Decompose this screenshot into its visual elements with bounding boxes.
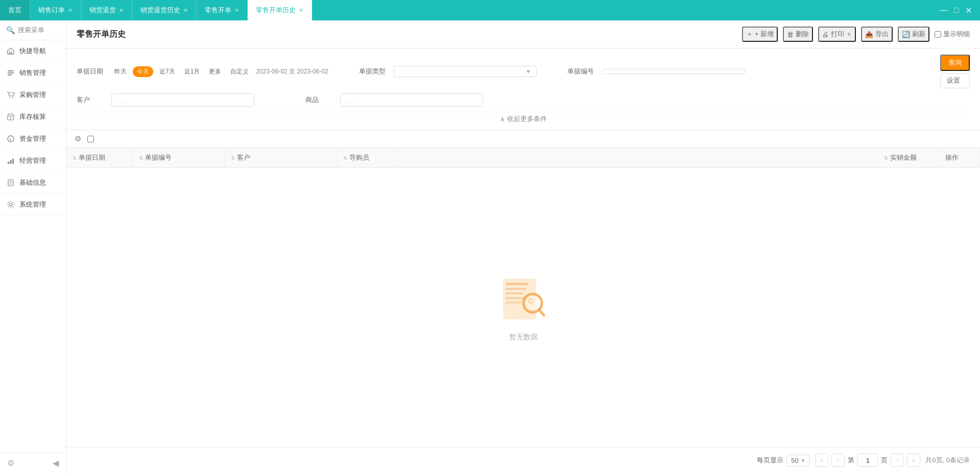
page-label: 第 (848, 456, 854, 465)
nav-tab-return-goods[interactable]: 销货退货✕ (81, 0, 132, 20)
th-amount[interactable]: ⇅ 实销金额 (878, 148, 939, 167)
page-size-select[interactable]: 50 ▼ (786, 455, 810, 466)
delete-button[interactable]: 🗑 删除 (783, 27, 813, 42)
close-icon[interactable]: ✕ (183, 7, 188, 14)
last-page-icon: » (912, 457, 916, 464)
sales-mgmt-icon (6, 68, 15, 78)
export-icon: 📤 (865, 31, 873, 38)
date-options: 昨天 今天 近7天 近1月 更多 自定义 (111, 66, 252, 77)
finance-icon: ¥ (6, 134, 15, 143)
next-page-icon: › (896, 457, 898, 464)
svg-rect-20 (506, 288, 526, 290)
svg-line-26 (539, 309, 544, 315)
sort-icon: ⇅ (343, 155, 347, 161)
empty-text: 暂无数据 (509, 333, 538, 342)
close-icon[interactable]: ✕ (234, 7, 239, 14)
th-date[interactable]: ⇅ 单据日期 (66, 148, 133, 167)
th-customer[interactable]: ⇅ 客户 (225, 148, 337, 167)
sidebar-item-system[interactable]: 系统管理 (0, 194, 66, 216)
first-page-icon: « (820, 457, 824, 464)
nav-tab-return-history[interactable]: 销货退货历史✕ (132, 0, 197, 20)
display-detail-checkbox[interactable] (935, 31, 941, 38)
select-all-checkbox[interactable] (87, 136, 94, 142)
sort-icon: ⇅ (884, 155, 888, 161)
th-order-no[interactable]: ⇅ 单据编号 (133, 148, 225, 167)
empty-illustration (493, 273, 554, 325)
date-option-more[interactable]: 更多 (206, 66, 224, 77)
close-button[interactable]: ✕ (965, 6, 972, 15)
date-range-value: 2023-06-02 至 2023-06-02 (256, 67, 328, 76)
type-select[interactable]: ▼ (394, 66, 537, 77)
sidebar-item-operations[interactable]: 经营管理 (0, 150, 66, 172)
nav-tab-retail-history[interactable]: 零售开单历史✕ (248, 0, 312, 20)
sidebar-item-base-info[interactable]: 基础信息 (0, 172, 66, 194)
last-page-btn[interactable]: » (907, 454, 920, 467)
date-option-last7[interactable]: 近7天 (156, 66, 178, 77)
next-page-btn[interactable]: › (891, 454, 904, 467)
sidebar-item-inventory[interactable]: 库存核算 (0, 106, 66, 128)
customer-filter-group: 客户 ... (77, 93, 254, 107)
close-icon[interactable]: ✕ (299, 7, 303, 14)
add-button[interactable]: ＋ + 新增 (742, 27, 778, 42)
date-option-yesterday[interactable]: 昨天 (111, 66, 130, 77)
minimize-button[interactable]: — (940, 6, 948, 15)
system-icon (6, 200, 15, 209)
svg-rect-1 (8, 70, 14, 71)
filter-row-1: 单据日期 昨天 今天 近7天 近1月 更多 自定义 2023-06-02 至 2… (77, 55, 970, 88)
first-page-btn[interactable]: « (815, 454, 828, 467)
collapse-icon[interactable]: ◀ (53, 458, 59, 468)
collapse-more-btn[interactable]: ∧ 收起更多条件 (77, 112, 970, 126)
date-option-last1month[interactable]: 近1月 (181, 66, 203, 77)
window-controls: — □ ✕ (931, 6, 980, 15)
svg-point-25 (526, 296, 539, 310)
sidebar-item-quick-nav[interactable]: 快捷导航 (0, 40, 66, 62)
date-option-today[interactable]: 今天 (133, 66, 153, 77)
nav-tab-sales-order[interactable]: 销售订单✕ (30, 0, 81, 20)
nav-tab-home[interactable]: 首页 (0, 0, 30, 20)
query-buttons: 查询 设置 (940, 55, 970, 88)
svg-rect-12 (12, 159, 14, 164)
product-filter-group: 商品 ... (305, 93, 483, 107)
sidebar-search[interactable]: 🔍 搜索采单 (0, 20, 66, 40)
svg-rect-2 (8, 72, 14, 73)
sort-icon: ⇅ (139, 155, 143, 161)
sidebar-item-label: 经营管理 (19, 156, 46, 165)
print-button[interactable]: 🖨 打印 ▼ (818, 27, 856, 42)
sidebar-item-label: 系统管理 (19, 200, 46, 209)
order-no-input[interactable] (602, 69, 745, 74)
display-detail-wrapper[interactable]: 显示明细 (935, 30, 970, 39)
nav-tab-retail-open[interactable]: 零售开单✕ (197, 0, 248, 20)
maximize-button[interactable]: □ (954, 6, 959, 15)
print-dropdown-icon: ▼ (846, 31, 852, 37)
nav-tabs: 首页销售订单✕销货退货✕销货退货历史✕零售开单✕零售开单历史✕ (0, 0, 931, 20)
export-button[interactable]: 📤 导出 (861, 27, 893, 42)
close-icon[interactable]: ✕ (68, 7, 73, 14)
customer-input[interactable]: ... (111, 93, 254, 107)
sidebar-item-finance[interactable]: ¥ 资金管理 (0, 128, 66, 150)
product-label: 商品 (305, 95, 336, 105)
sidebar-item-purchase-mgmt[interactable]: 采购管理 (0, 84, 66, 106)
page-number-input[interactable] (857, 454, 878, 467)
query-button[interactable]: 查询 (940, 55, 970, 71)
product-input[interactable]: ... (340, 93, 483, 107)
th-guide[interactable]: ⇅ 导购员 (337, 148, 398, 167)
refresh-button[interactable]: 🔄 刷新 (898, 27, 929, 42)
page-title: 零售开单历史 (77, 29, 126, 40)
trash-icon: 🗑 (787, 31, 794, 38)
close-icon[interactable]: ✕ (119, 7, 124, 14)
table-settings-icon[interactable]: ⚙ (75, 134, 81, 143)
per-page-label: 每页显示 (757, 456, 783, 465)
date-option-custom[interactable]: 自定义 (227, 66, 252, 77)
svg-rect-23 (506, 302, 521, 304)
search-icon: 🔍 (6, 26, 15, 34)
th-action: 操作 (939, 148, 980, 167)
customer-label: 客户 (77, 95, 107, 105)
sidebar-item-label: 销售管理 (19, 68, 46, 78)
pagination: 每页显示 50 ▼ « ‹ 第 页 (66, 447, 980, 473)
sidebar-item-sales-mgmt[interactable]: 销售管理 (0, 62, 66, 84)
prev-page-btn[interactable]: ‹ (831, 454, 845, 467)
svg-rect-0 (10, 52, 12, 54)
settings-button[interactable]: 设置 (940, 73, 970, 88)
settings-bottom-icon[interactable]: ⚙ (7, 458, 14, 468)
sidebar: 🔍 搜索采单 快捷导航 销售管理 采购管理 库存核算 ¥ 资金管理 经营管理 基… (0, 20, 66, 473)
